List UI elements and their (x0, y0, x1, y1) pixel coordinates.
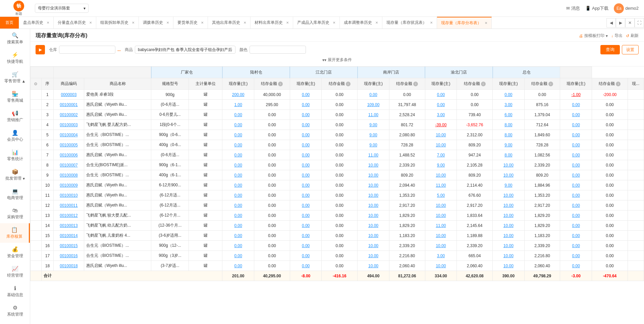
total-qty-link[interactable]: 0.00 (572, 112, 580, 117)
factory-qty-link[interactable]: 0.00 (234, 264, 242, 268)
gear-settings-icon[interactable]: ⚙ (34, 82, 38, 86)
nanan-qty-link[interactable]: 3.00 (437, 253, 445, 258)
nanan-qty-link[interactable]: 11.00 (436, 183, 446, 188)
nanan-amt-info-icon[interactable]: i (481, 82, 486, 86)
jiangbei-qty-link[interactable]: 9.00 (369, 143, 377, 147)
total-qty-link[interactable]: 0.00 (572, 173, 580, 178)
sidebar-item-finance[interactable]: 💰 资金管理 (0, 243, 30, 262)
goods-input[interactable] (135, 46, 235, 54)
tab-6-close[interactable]: ✕ (244, 21, 246, 25)
print-btn[interactable]: 🖨 按模板打印 ▾ (579, 33, 608, 39)
user-action[interactable]: Ea demo2 (614, 3, 639, 13)
jiangbei-qty-link[interactable]: 10.00 (368, 264, 378, 268)
code-link[interactable]: 00100013 (60, 223, 77, 228)
lu-amt-info-icon[interactable]: i (346, 82, 351, 86)
code-link[interactable]: 00100014 (60, 233, 77, 238)
lu-qty-link[interactable]: 0.00 (302, 153, 310, 157)
setting-button[interactable]: 设置 (622, 45, 639, 54)
tab-4-close[interactable]: ✕ (166, 21, 169, 25)
total-qty-link[interactable]: 0.00 (572, 183, 580, 188)
nanan-qty-link[interactable]: 7.00 (437, 153, 445, 157)
code-link[interactable]: 00100002 (60, 112, 77, 117)
sidebar-item-operations[interactable]: 📈 经营管理 (0, 262, 30, 282)
lu-qty-link[interactable]: 0.00 (302, 123, 310, 127)
sidebar-item-inventory[interactable]: 📋 库存核算 (0, 223, 30, 243)
factory-qty-link[interactable]: 0.00 (234, 183, 242, 188)
sidebar-item-basic-info[interactable]: ℹ 基础信息 (0, 282, 30, 301)
lu-qty-link[interactable]: 0.00 (302, 173, 310, 178)
yubei-qty-link[interactable]: 6.00 (504, 112, 512, 117)
sidebar-item-mall[interactable]: 🏪 零售商城 (0, 87, 30, 107)
code-link[interactable]: 00100006 (60, 153, 77, 157)
tab-1-close[interactable]: ✕ (47, 21, 49, 25)
lu-qty-link[interactable]: 0.00 (302, 183, 310, 188)
tab-2[interactable]: 分量盘点单历史 ✕ (54, 17, 96, 29)
tab-7[interactable]: 材料出库单历史 ✕ (251, 17, 293, 29)
factory-qty-link[interactable]: 0.00 (234, 112, 242, 117)
jiangbei-qty-link[interactable]: 10.00 (368, 193, 378, 198)
total-qty-link[interactable]: 0.00 (572, 243, 580, 248)
code-link[interactable]: 00100001 (60, 102, 77, 107)
jiangbei-qty-link[interactable]: 10.00 (368, 253, 378, 258)
nanan-qty-link[interactable]: 5.00 (437, 193, 445, 198)
factory-qty-link[interactable]: 0.00 (234, 203, 242, 208)
code-link[interactable]: 00100010 (60, 193, 77, 198)
warehouse-dots[interactable]: ... (117, 47, 121, 52)
tab-10-close[interactable]: ✕ (430, 21, 433, 25)
sidebar-item-wholesale[interactable]: 📦 批发管理 ▾ (0, 165, 30, 185)
nanan-qty-link[interactable]: 10.00 (436, 213, 446, 218)
nanan-qty-link[interactable]: 10.00 (436, 264, 446, 268)
total-qty-link[interactable]: 0.00 (572, 143, 580, 147)
lu-qty-link[interactable]: 0.00 (302, 243, 310, 248)
total-qty-link[interactable]: -1.00 (572, 92, 581, 97)
refresh-btn[interactable]: ↺ 刷新 (626, 33, 639, 39)
jiangbei-qty-link[interactable]: 0.00 (369, 92, 377, 97)
lu-qty-link[interactable]: 0.00 (302, 203, 310, 208)
nanan-qty-link[interactable]: 10.00 (436, 133, 446, 137)
nanan-qty-link[interactable]: 10.00 (436, 243, 446, 248)
tab-5-close[interactable]: ✕ (201, 21, 204, 25)
yubei-amt-info-icon[interactable]: i (548, 82, 553, 86)
nanan-qty-link[interactable]: -39.00 (435, 123, 446, 127)
expand-more-btn[interactable]: ▾▾ 展开更多条件 (36, 57, 639, 63)
nanan-qty-link[interactable]: 10.00 (436, 203, 446, 208)
jiangbei-qty-link[interactable]: 11.00 (368, 153, 378, 157)
code-link[interactable]: 00100018 (60, 264, 77, 268)
total-qty-link[interactable]: 0.00 (572, 233, 580, 238)
yubei-qty-link[interactable]: 10.00 (503, 223, 514, 228)
sidebar-item-system[interactable]: ⚙ 系统管理 (0, 301, 30, 321)
lu-qty-link[interactable]: 0.00 (302, 92, 310, 97)
factory-qty-link[interactable]: 200.00 (232, 92, 245, 97)
factory-qty-link[interactable]: 0.00 (234, 193, 242, 198)
code-link[interactable]: 00100011 (60, 203, 77, 208)
tab-8-close[interactable]: ✕ (333, 21, 335, 25)
lu-qty-link[interactable]: 0.00 (302, 253, 310, 258)
color-input[interactable] (250, 46, 306, 54)
nanan-qty-link[interactable]: 0.00 (437, 102, 445, 107)
yubei-qty-link[interactable]: 10.00 (503, 163, 514, 168)
sidebar-item-quick[interactable]: ⚡ 快捷导航 (0, 48, 30, 68)
factory-qty-link[interactable]: 0.00 (234, 173, 242, 178)
factory-qty-link[interactable]: 0.00 (234, 233, 242, 238)
yubei-qty-link[interactable]: 10.00 (503, 203, 514, 208)
tab-home[interactable]: 首页 (0, 17, 19, 29)
code-link[interactable]: 00100005 (60, 143, 77, 147)
total-qty-link[interactable]: 0.00 (572, 203, 580, 208)
lu-qty-link[interactable]: 0.00 (302, 213, 310, 218)
sidebar-item-marketing[interactable]: 📢 营销推广 (0, 107, 30, 126)
factory-qty-link[interactable]: 0.00 (234, 133, 242, 137)
filter-expand-arrow[interactable]: ▶ (36, 45, 45, 54)
tab-10[interactable]: 现存量（库存状况表） ✕ (382, 17, 437, 29)
yubei-qty-link[interactable]: 8.00 (504, 123, 512, 127)
warehouse-input[interactable] (59, 46, 115, 54)
total-qty-link[interactable]: 0.00 (572, 213, 580, 218)
yubei-qty-link[interactable]: 10.00 (503, 243, 514, 248)
yubei-qty-link[interactable]: 0.00 (504, 92, 512, 97)
tab-8[interactable]: 产成品入库单历史 ✕ (293, 17, 340, 29)
lu-qty-link[interactable]: 0.00 (302, 264, 310, 268)
yubei-qty-link[interactable]: 8.00 (504, 133, 512, 137)
code-link[interactable]: 00100015 (60, 243, 77, 248)
nanan-qty-link[interactable]: 9.00 (437, 163, 445, 168)
yubei-qty-link[interactable]: 10.00 (503, 193, 514, 198)
factory-qty-link[interactable]: 0.00 (234, 163, 242, 168)
